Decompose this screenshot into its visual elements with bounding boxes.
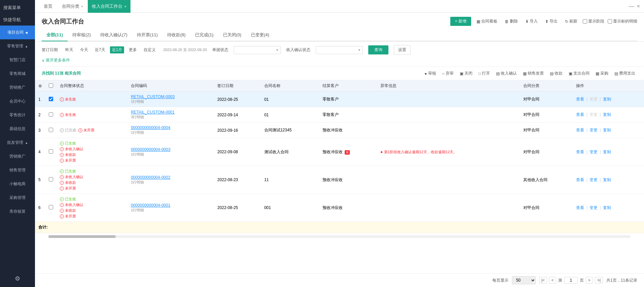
sidebar-item-marketing2[interactable]: 营销推广 [0, 150, 35, 163]
row-select-checkbox[interactable] [49, 112, 53, 117]
contract-code-link[interactable]: 0000000000004-0003 [131, 147, 211, 152]
change-link[interactable]: 变更 [590, 205, 598, 210]
close-icon[interactable]: × [637, 3, 640, 9]
view-link[interactable]: 查看 [576, 128, 584, 132]
contract-code-link[interactable]: 0000000000004-0001 [131, 203, 211, 208]
subtab-all[interactable]: 全部(11) [42, 29, 68, 41]
scrollbar-thumb[interactable] [48, 235, 116, 238]
op-review-button[interactable]: ● 审核 [422, 70, 438, 77]
close-tab-income[interactable]: × [124, 0, 126, 13]
row-select-checkbox[interactable] [49, 97, 53, 101]
sidebar-item-project[interactable]: 项目合同 ◀ [0, 26, 35, 39]
subtab-changed[interactable]: 已变更(4) [246, 29, 274, 41]
change-link[interactable]: 变更 [590, 177, 598, 182]
sidebar-search[interactable]: 搜索菜单 [0, 0, 35, 14]
contract-code-link[interactable]: 0000000000004-0002 [131, 175, 211, 180]
filter-custom[interactable]: 自定义 [142, 46, 158, 53]
minimize-icon[interactable]: — [629, 3, 634, 9]
next-page-button[interactable]: > [586, 277, 593, 284]
import-button[interactable]: ⬇ 导入 [523, 17, 540, 25]
subtab-pending-invoice[interactable]: 待开票(11) [132, 29, 162, 41]
contract-code-link[interactable]: RETAIL_CUSTOM-0003 [131, 94, 211, 99]
setting-button[interactable]: 设置 [394, 45, 411, 55]
op-payment-button[interactable]: ▤ 收款 [548, 70, 565, 77]
copy-link[interactable]: 复制 [603, 205, 611, 210]
tab-home[interactable]: 首页 [39, 0, 57, 13]
settings-icon[interactable]: ⚙ [0, 270, 35, 287]
view-link[interactable]: 查看 [576, 97, 584, 101]
change-link[interactable]: 变更 [590, 128, 598, 132]
page-number-input[interactable] [564, 277, 578, 284]
subtab-pending-review[interactable]: 待审核(2) [68, 29, 96, 41]
sidebar-item-ecommerce[interactable]: 小畅电商 [0, 177, 35, 191]
subtab-pending-income-confirm[interactable]: 待收入确认(7) [96, 29, 132, 41]
sidebar-item-retail-mgmt[interactable]: 零售管理 ▲ [0, 39, 35, 53]
tab-income-workbench[interactable]: 收入合同工作台 × [88, 0, 130, 13]
sidebar-quick-nav[interactable]: 快捷导航 [0, 14, 35, 26]
op-expense-out-button[interactable]: ▤ 费用支出 [612, 70, 637, 77]
filter-yesterday[interactable]: 昨天 [63, 46, 75, 53]
op-expense-contract-button[interactable]: ▣ 支出合同 [567, 70, 592, 77]
page-size-select[interactable]: 50 100 200 [512, 276, 536, 284]
copy-link[interactable]: 复制 [603, 97, 611, 101]
show-label-detail-checkbox[interactable]: 显示标的明细 [608, 18, 637, 24]
op-purchase-button[interactable]: ▦ 采购 [594, 70, 610, 77]
delete-button[interactable]: 🗑 删除 [503, 17, 520, 25]
view-link[interactable]: 查看 [576, 112, 584, 117]
row-select-checkbox[interactable] [49, 177, 53, 181]
export-button[interactable]: ⬆ 导出 [543, 17, 560, 25]
sidebar-item-retail-stats[interactable]: 零售统计 [0, 108, 35, 122]
close-tab-contract[interactable]: × [81, 0, 83, 13]
sidebar-item-inventory[interactable]: 库存核算 [0, 205, 35, 218]
row-select-checkbox[interactable] [49, 128, 53, 132]
copy-link[interactable]: 复制 [603, 150, 611, 154]
expand-filter-button[interactable]: ∨ 展开更多条件 [42, 57, 637, 63]
subtab-closed[interactable]: 已关闭(0) [218, 29, 246, 41]
op-open-button[interactable]: □ 打开 [477, 70, 492, 77]
filter-1month[interactable]: 近1月 [110, 46, 124, 53]
refresh-button[interactable]: ↻ 刷新 [563, 17, 579, 25]
subtab-completed[interactable]: 已完成(1) [190, 29, 218, 41]
sidebar-item-purchase[interactable]: 采购管理 [0, 191, 35, 205]
select-all-checkbox[interactable] [49, 83, 53, 88]
last-page-button[interactable]: >| [595, 277, 603, 284]
new-button[interactable]: + 新增 [450, 17, 471, 26]
contract-board-button[interactable]: ▦ 合同看板 [475, 17, 499, 25]
totals-label: 合计: [35, 222, 644, 233]
view-link[interactable]: 查看 [576, 150, 584, 154]
op-sales-invoice-button[interactable]: ▦ 销售发票 [521, 70, 546, 77]
subtab-pending-payment[interactable]: 待收款(8) [162, 29, 190, 41]
copy-link[interactable]: 复制 [603, 177, 611, 182]
contract-code-link[interactable]: 0000000000004-0004 [131, 125, 211, 130]
filter-7days[interactable]: 近7天 [93, 46, 107, 53]
prev-page-button[interactable]: < [549, 277, 556, 284]
scrollbar-track[interactable] [48, 235, 631, 238]
income-confirm-select[interactable] [316, 46, 363, 54]
change-link[interactable]: 变更 [590, 150, 598, 154]
sidebar-item-marketing1[interactable]: 营销推广 [0, 81, 35, 94]
sidebar-item-member[interactable]: 会员中心 [0, 94, 35, 108]
row-select-checkbox[interactable] [49, 149, 53, 154]
sidebar-item-smart-store[interactable]: 智慧门店 [0, 53, 35, 67]
query-button[interactable]: 查询 [368, 45, 388, 54]
copy-link[interactable]: 复制 [603, 128, 611, 132]
tab-contract-category[interactable]: 合同分类 × [57, 0, 88, 13]
doc-status-select[interactable] [234, 46, 281, 54]
view-link[interactable]: 查看 [576, 177, 584, 182]
copy-link[interactable]: 复制 [603, 112, 611, 117]
filter-today[interactable]: 今天 [78, 46, 90, 53]
table-toolbar: 共找到 11张 相关合同 ● 审核 ○ 弃审 ▣ 关闭 [35, 67, 644, 80]
sidebar-item-retail-mall[interactable]: 零售商城 [0, 67, 35, 81]
sidebar-item-base-info[interactable]: 基础信息 [0, 122, 35, 136]
show-stage-checkbox[interactable]: 显示阶段 [583, 18, 604, 24]
view-link[interactable]: 查看 [576, 205, 584, 210]
row-select-checkbox[interactable] [49, 205, 53, 209]
sidebar-item-batch-mgmt[interactable]: 批发管理 ▲ [0, 136, 35, 150]
filter-more[interactable]: 更多 [127, 46, 139, 53]
first-page-button[interactable]: |< [539, 277, 547, 284]
op-abandon-review-button[interactable]: ○ 弃审 [440, 70, 456, 77]
op-close-button[interactable]: ▣ 关闭 [458, 70, 475, 77]
contract-code-link[interactable]: RETAIL_CUSTOM-0001 [131, 110, 211, 115]
op-income-confirm-button[interactable]: ▤ 收入确认 [494, 70, 519, 77]
sidebar-item-sales-mgmt[interactable]: 销售管理 [0, 163, 35, 177]
